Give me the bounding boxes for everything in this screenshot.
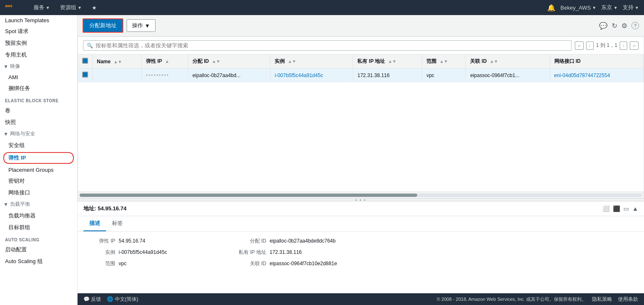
user-chevron: ▼ [592, 5, 596, 10]
sidebar-item-launch-templates[interactable]: Launch Templates [0, 15, 77, 26]
row-checkbox-cell[interactable] [78, 69, 93, 82]
detail-half-icon[interactable]: ⬛ [613, 205, 620, 212]
select-all-checkbox[interactable] [82, 58, 88, 64]
sidebar-label-autoscaling: AUTO SCALING [0, 233, 77, 244]
tab-tags[interactable]: 标签 [106, 216, 129, 231]
pagination-controls: « ‹ 1 到 1，1 › » [575, 41, 639, 50]
sidebar-section-images[interactable]: ▼ 映像 [0, 61, 77, 72]
sidebar-item-autoscaling-group[interactable]: Auto Scaling 组 [0, 256, 77, 267]
detail-private-ip-link[interactable]: 172.31.38.116 [270, 249, 302, 255]
sidebar-section-network[interactable]: ▼ 网络与安全 [0, 128, 77, 140]
region-chevron: ▼ [613, 5, 618, 10]
settings-icon[interactable]: ⚙ [621, 22, 627, 30]
nav-support[interactable]: 支持 ▼ [623, 4, 639, 11]
allocate-button[interactable]: 分配新地址 [83, 18, 123, 33]
sidebar-item-network-interfaces[interactable]: 网络接口 [0, 187, 77, 199]
hscroll-thumb[interactable] [80, 194, 417, 197]
feedback-btn[interactable]: 💬 反馈 [83, 296, 101, 303]
table-area: 🔍 « ‹ 1 到 1，1 › » [78, 36, 644, 199]
cell-allocation-id: eipalloc-0b27aa4bd... [188, 69, 270, 82]
prev-page-btn[interactable]: ‹ [586, 41, 594, 50]
sidebar-item-dedicated[interactable]: 专用主机 [0, 49, 77, 61]
col-scope[interactable]: 范围 ▲▼ [422, 54, 466, 69]
sidebar-item-bundle[interactable]: 捆绑任务 [0, 83, 77, 94]
col-elastic-ip[interactable]: 弹性 IP ▲ [141, 54, 188, 69]
terms-link[interactable]: 使用条款 [618, 296, 638, 303]
value-scope: vpc [119, 261, 127, 266]
cell-network-interface-id[interactable]: eni-04d05d78744722554 [550, 69, 643, 82]
col-network-interface-id[interactable]: 网络接口 ID [550, 54, 643, 69]
top-nav-right: 🔔 Bekey_AWS ▼ 东京 ▼ 支持 ▼ [547, 4, 639, 12]
sidebar-item-security-groups[interactable]: 安全组 [0, 140, 77, 151]
col-allocation-id[interactable]: 分配 ID ▲▼ [188, 54, 270, 69]
sidebar-item-snapshots[interactable]: 快照 [0, 116, 77, 128]
support-chevron: ▼ [635, 5, 639, 10]
nav-services[interactable]: 服务 ▼ [32, 4, 52, 11]
privacy-link[interactable]: 隐私策略 [592, 296, 612, 303]
nav-resources[interactable]: 资源组 ▼ [58, 4, 83, 11]
main-layout: Launch Templates Spot 请求 预留实例 专用主机 ▼ 映像 … [0, 15, 644, 305]
toolbar-right: 💬 ↻ ⚙ ? [599, 22, 639, 30]
sidebar-item-launch-config[interactable]: 启动配置 [0, 244, 77, 256]
first-page-btn[interactable]: « [575, 41, 584, 50]
nav-bookmark[interactable]: ★ [90, 5, 99, 11]
top-nav: aws 服务 ▼ 资源组 ▼ ★ 🔔 Bekey_AWS ▼ 东京 ▼ 支持 ▼ [0, 0, 644, 15]
detail-close-icon[interactable]: ▲ [632, 205, 638, 212]
main-content: 分配新地址 操作 ▼ 💬 ↻ ⚙ ? 🔍 « ‹ [78, 15, 644, 305]
bell-icon[interactable]: 🔔 [547, 4, 556, 12]
table-scroll[interactable]: Name ▲▼ 弹性 IP ▲ 分配 ID ▲▼ 实例 ▲▼ 私有 IP 地址 … [78, 54, 644, 191]
col-name[interactable]: Name ▲▼ [93, 54, 142, 69]
chat-icon[interactable]: 💬 [599, 22, 608, 30]
last-page-btn[interactable]: » [630, 41, 639, 50]
detail-header-icons: ⬜ ⬛ ▭ ▲ [602, 205, 638, 212]
eni-link[interactable]: eni-04d05d78744722554 [554, 72, 610, 78]
help-icon[interactable]: ? [631, 22, 639, 29]
search-icon: 🔍 [87, 43, 93, 49]
copyright-text: © 2008 - 2018, Amazon Web Services, Inc.… [437, 296, 586, 302]
tab-describe[interactable]: 描述 [83, 216, 106, 231]
detail-expand-icon[interactable]: ⬜ [602, 205, 610, 212]
detail-instance-link[interactable]: i-007b5f5c44a91d45c [119, 249, 167, 255]
cell-instance[interactable]: i-007b5f5c44a91d45c [270, 69, 353, 82]
detail-panel: 地址: 54.95.16.74 ⬜ ⬛ ▭ ▲ 描述 标签 弹性 IP 54.9… [78, 201, 644, 293]
value-allocation-id: eipalloc-0b27aa4bde8dc764b [270, 238, 335, 244]
detail-content: 弹性 IP 54.95.16.74 实例 i-007b5f5c44a91d45c… [78, 232, 644, 273]
sidebar-item-lb[interactable]: 负载均衡器 [0, 210, 77, 222]
sidebar-item-reserved[interactable]: 预留实例 [0, 37, 77, 49]
next-page-btn[interactable]: › [620, 41, 627, 50]
sidebar-item-ami[interactable]: AMI [0, 72, 77, 83]
table-row[interactable]: ••••••••• eipalloc-0b27aa4bd... i-007b5f… [78, 69, 644, 82]
pagination-info: 1 到 1，1 [596, 42, 618, 49]
col-association-id[interactable]: 关联 ID ▲▼ [466, 54, 550, 69]
search-input[interactable] [96, 42, 568, 49]
detail-row-elastic-ip: 弹性 IP 54.95.16.74 [86, 238, 220, 245]
nav-user[interactable]: Bekey_AWS ▼ [561, 5, 596, 11]
cell-elastic-ip: ••••••••• [141, 69, 188, 82]
instance-link[interactable]: i-007b5f5c44a91d45c [275, 72, 323, 78]
services-chevron: ▼ [46, 5, 50, 10]
detail-collapse-icon[interactable]: ▭ [623, 205, 629, 212]
sidebar-section-lb[interactable]: ▼ 负载平衡 [0, 199, 77, 210]
sidebar-item-keypairs[interactable]: 密钥对 [0, 175, 77, 187]
detail-row-private-ip: 私有 IP 地址 172.31.38.116 [237, 249, 371, 256]
actions-button[interactable]: 操作 ▼ [127, 19, 156, 32]
detail-row-instance: 实例 i-007b5f5c44a91d45c [86, 249, 220, 256]
row-checkbox[interactable] [82, 72, 88, 78]
sidebar-item-volumes[interactable]: 卷 [0, 105, 77, 116]
refresh-icon[interactable]: ↻ [612, 22, 617, 30]
cell-private-ip: 172.31.38.116 [353, 69, 422, 82]
lang-btn[interactable]: 🌐 中文(简体) [107, 296, 138, 303]
sidebar-item-spot-requests[interactable]: Spot 请求 [0, 26, 77, 37]
nav-region[interactable]: 东京 ▼ [601, 4, 618, 11]
sidebar-item-tg[interactable]: 目标群组 [0, 222, 77, 233]
toolbar: 分配新地址 操作 ▼ 💬 ↻ ⚙ ? [78, 15, 644, 36]
select-all-header[interactable] [78, 54, 93, 69]
col-instance[interactable]: 实例 ▲▼ [270, 54, 353, 69]
search-input-wrap[interactable]: 🔍 [83, 40, 571, 51]
sidebar-item-placement[interactable]: Placement Groups [0, 165, 77, 175]
detail-right-col: 分配 ID eipalloc-0b27aa4bde8dc764b 私有 IP 地… [237, 238, 371, 267]
detail-row-allocation-id: 分配 ID eipalloc-0b27aa4bde8dc764b [237, 238, 371, 245]
sidebar-item-elastic-ip[interactable]: 弹性 IP [3, 152, 74, 164]
col-private-ip[interactable]: 私有 IP 地址 ▲▼ [353, 54, 422, 69]
hscroll-track[interactable] [80, 194, 642, 197]
